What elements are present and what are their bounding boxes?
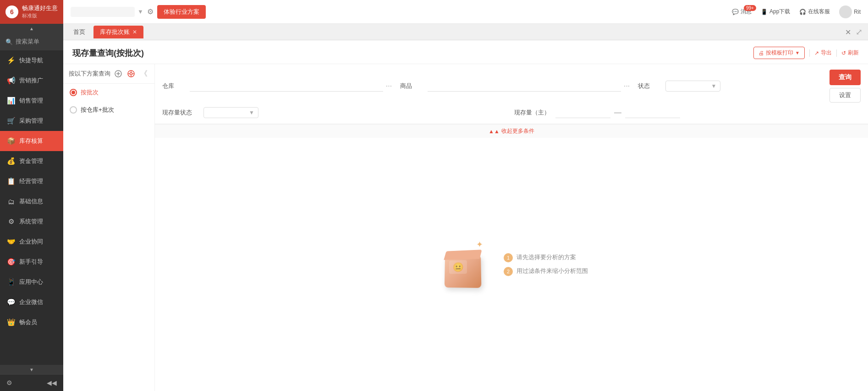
online-service-btn[interactable]: 🎧 在线客服	[799, 8, 830, 16]
print-dropdown-icon[interactable]: ▼	[795, 50, 800, 55]
product-input[interactable]	[428, 81, 621, 92]
filter-row-1: 仓库 ··· 商品 ··· 状态	[162, 70, 861, 103]
inventory-icon: 📦	[6, 136, 16, 146]
sidebar-item-enterprise[interactable]: 🤝 企业协同	[0, 232, 63, 252]
collapse-panel-btn[interactable]: 《	[139, 69, 149, 79]
online-service-label: 在线客服	[808, 8, 830, 16]
stock-qty-to-input[interactable]	[625, 108, 680, 118]
topbar: ▼ ⚙ 体验行业方案 💬 消息 99+ 📱 App下载 🎧 在线客服 Rit	[63, 0, 868, 24]
sidebar-item-label: 采购管理	[19, 117, 43, 125]
box-face: 😐	[449, 260, 467, 274]
basic-icon: 🗂	[6, 197, 16, 206]
product-dots-btn[interactable]: ···	[621, 82, 632, 90]
print-btn[interactable]: 🖨 按模板打印 ▼	[753, 47, 805, 59]
status-label: 状态	[638, 82, 665, 90]
left-panel-title: 按以下方案查询	[69, 70, 110, 78]
app-download-btn[interactable]: 📱 App下载	[761, 8, 790, 16]
topbar-search-input[interactable]	[71, 7, 135, 17]
shortcut-icon: ⚡	[6, 56, 16, 65]
enterprise-icon: 🤝	[6, 237, 16, 246]
scheme-by-warehouse-batch[interactable]: 按仓库+批次	[63, 101, 154, 119]
empty-state: ✦ 😐 1 请先选择要分析的方案 2	[155, 138, 868, 391]
sidebar-nav: ⚡ 快捷导航 📢 营销推广 📊 销售管理 🛒 采购管理 📦 库存核算 💰 资金管…	[0, 50, 63, 365]
sidebar-item-operation[interactable]: 📋 经营管理	[0, 171, 63, 191]
app-download-label: App下载	[769, 8, 790, 16]
expand-icon[interactable]: ⤢	[856, 27, 863, 37]
sidebar-item-newbie[interactable]: 🎯 新手引导	[0, 252, 63, 272]
apps-icon: 📱	[6, 277, 16, 287]
page-close-btn[interactable]: ✕	[843, 26, 853, 38]
topbar-gear-icon[interactable]: ⚙	[147, 7, 154, 16]
tab-close-area: ✕ ⤢	[843, 24, 868, 40]
settings-btn[interactable]: 设置	[830, 88, 861, 103]
message-icon: 💬	[732, 9, 739, 15]
topbar-dropdown-icon[interactable]: ▼	[137, 8, 143, 15]
sidebar-scroll-down[interactable]: ▼	[0, 365, 63, 374]
tab-inventory-batch[interactable]: 库存批次账 ✕	[93, 26, 143, 38]
sidebar-item-system[interactable]: ⚙ 系统管理	[0, 212, 63, 232]
add-scheme-btn[interactable]	[113, 69, 123, 79]
sidebar-item-member[interactable]: 👑 畅会员	[0, 312, 63, 332]
warehouse-dots-btn[interactable]: ···	[383, 82, 395, 90]
app-logo: 6	[5, 5, 18, 18]
stock-status-filter: 现存量状态 ▼	[162, 107, 509, 118]
stock-status-select[interactable]: ▼	[203, 107, 258, 118]
tip-text-2: 用过滤条件来缩小分析范围	[516, 267, 588, 275]
filter-row-2: 现存量状态 ▼ 现存量（主） —	[162, 107, 861, 118]
sidebar-item-sales[interactable]: 📊 销售管理	[0, 91, 63, 111]
stock-status-label: 现存量状态	[162, 109, 203, 117]
sidebar-item-shortcut[interactable]: ⚡ 快捷导航	[0, 50, 63, 71]
query-btn[interactable]: 查询	[830, 70, 861, 85]
print-label: 按模板打印	[766, 49, 793, 57]
sidebar-search[interactable]: 🔍 搜索菜单	[0, 33, 63, 50]
empty-tips: 1 请先选择要分析的方案 2 用过滤条件来缩小分析范围	[504, 253, 588, 276]
export-btn[interactable]: ↗ 导出	[814, 49, 832, 57]
sidebar-item-apps[interactable]: 📱 应用中心	[0, 272, 63, 292]
page-header-actions: 🖨 按模板打印 ▼ ↗ 导出 ↺ 刷新	[753, 47, 859, 59]
tip-text-1: 请先选择要分析的方案	[516, 253, 576, 261]
sidebar-item-wechat[interactable]: 💬 企业微信	[0, 292, 63, 312]
filter-area: 仓库 ··· 商品 ··· 状态	[155, 64, 868, 124]
phone-icon: 📱	[761, 9, 768, 15]
marketing-icon: 📢	[6, 76, 16, 85]
collapse-bar[interactable]: ▲▲ 收起更多条件	[155, 124, 868, 138]
scheme-settings-btn[interactable]	[126, 69, 136, 79]
wechat-icon: 💬	[6, 298, 16, 307]
tip-num-2: 2	[504, 267, 513, 276]
sidebar-item-label: 基础信息	[19, 197, 43, 206]
export-icon: ↗	[814, 50, 819, 56]
user-area[interactable]: Rit	[839, 5, 861, 18]
refresh-icon: ↺	[841, 50, 846, 56]
sidebar-item-inventory[interactable]: 📦 库存核算	[0, 131, 63, 151]
settings-footer-btn[interactable]: ⚙	[6, 379, 12, 386]
tip-num-1: 1	[504, 253, 513, 262]
product-filter: 商品 ···	[400, 81, 632, 92]
scheme-by-batch[interactable]: 按批次	[63, 84, 154, 101]
sidebar-item-basic[interactable]: 🗂 基础信息	[0, 191, 63, 212]
status-select-arrow: ▼	[711, 83, 716, 89]
stock-qty-from-input[interactable]	[555, 108, 610, 118]
empty-tip-2: 2 用过滤条件来缩小分析范围	[504, 267, 588, 276]
sidebar-item-finance[interactable]: 💰 资金管理	[0, 151, 63, 171]
sidebar-item-purchase[interactable]: 🛒 采购管理	[0, 111, 63, 131]
industry-btn[interactable]: 体验行业方案	[157, 5, 206, 19]
scheme-by-batch-label: 按批次	[81, 88, 99, 97]
operation-icon: 📋	[6, 177, 16, 186]
product-label: 商品	[400, 82, 428, 90]
main-area: ▼ ⚙ 体验行业方案 💬 消息 99+ 📱 App下载 🎧 在线客服 Rit	[63, 0, 868, 391]
radio-by-batch	[70, 89, 77, 96]
message-btn[interactable]: 💬 消息 99+	[732, 8, 752, 16]
sidebar-item-marketing[interactable]: 📢 营销推广	[0, 71, 63, 91]
stock-qty-filter: 现存量（主） —	[514, 108, 861, 118]
print-icon: 🖨	[758, 50, 764, 56]
warehouse-input[interactable]	[190, 81, 383, 92]
left-panel-header: 按以下方案查询	[63, 64, 154, 84]
tab-close-btn[interactable]: ✕	[132, 29, 137, 35]
sidebar-scroll-up[interactable]: ▲	[0, 24, 63, 33]
refresh-btn[interactable]: ↺ 刷新	[841, 49, 859, 57]
page-title: 现存量查询(按批次)	[72, 48, 144, 59]
collapse-sidebar-btn[interactable]: ◀◀	[47, 379, 57, 386]
status-select[interactable]: ▼	[665, 81, 720, 92]
tab-home[interactable]: 首页	[67, 26, 92, 38]
action-btns: 查询 设置	[830, 70, 861, 103]
